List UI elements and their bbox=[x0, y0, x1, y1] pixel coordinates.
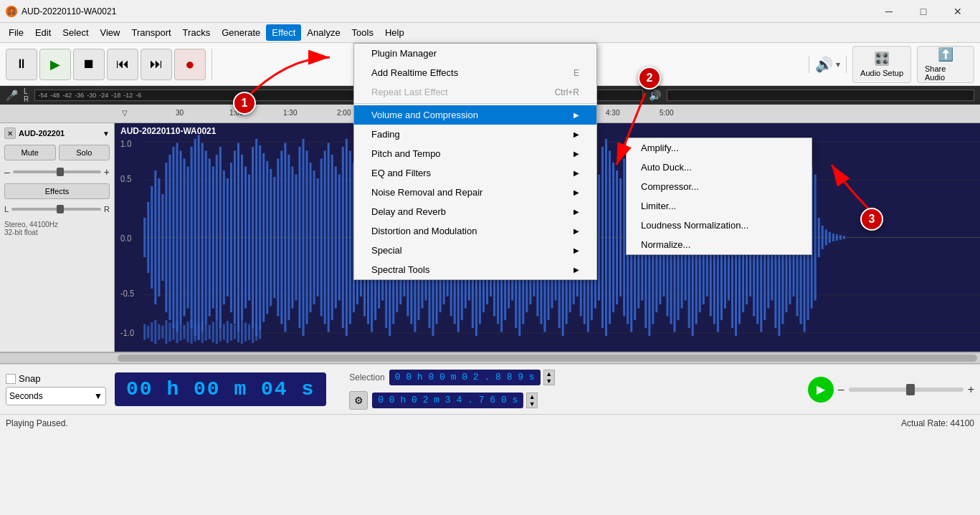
svg-rect-230 bbox=[234, 238, 236, 324]
stop-button[interactable]: ⏹ bbox=[73, 49, 105, 80]
submenu-loudness-norm[interactable]: Loudness Normalization... bbox=[627, 216, 812, 235]
submenu-compressor[interactable]: Compressor... bbox=[627, 177, 812, 196]
menu-view[interactable]: View bbox=[95, 24, 126, 41]
speed-slider[interactable] bbox=[849, 388, 964, 392]
solo-button[interactable]: Solo bbox=[59, 145, 110, 160]
svg-rect-335 bbox=[612, 238, 614, 313]
svg-rect-26 bbox=[201, 143, 204, 238]
toolbar-right: 🔊 ▾ 🎛️ Audio Setup ⬆️ Share Audio bbox=[809, 46, 974, 83]
svg-rect-15 bbox=[161, 194, 163, 238]
svg-rect-21 bbox=[184, 159, 186, 238]
bottom-toolbar: Snap Seconds ▼ 00 h 00 m 04 s Selection … bbox=[0, 364, 980, 414]
horizontal-scrollbar[interactable] bbox=[0, 352, 980, 364]
close-button[interactable]: ✕ bbox=[941, 0, 974, 23]
submenu-amplify[interactable]: Amplify... bbox=[627, 138, 812, 158]
effect-plugin-manager[interactable]: Plugin Manager bbox=[354, 44, 596, 63]
minimize-button[interactable]: ─ bbox=[872, 0, 905, 23]
svg-rect-412 bbox=[187, 322, 189, 342]
seconds-dropdown[interactable]: Seconds ▼ bbox=[6, 387, 106, 405]
effect-pitch-tempo[interactable]: Pitch and Tempo ▶ bbox=[354, 144, 596, 163]
share-audio-button[interactable]: ⬆️ Share Audio bbox=[917, 46, 974, 83]
record-button[interactable]: ● bbox=[174, 49, 206, 80]
svg-rect-216 bbox=[184, 238, 186, 317]
svg-rect-30 bbox=[216, 155, 218, 238]
effect-dropdown-menu[interactable]: Plugin Manager Add Realtime Effects E Re… bbox=[353, 43, 597, 280]
svg-rect-62 bbox=[331, 155, 333, 238]
pause-button[interactable]: ⏸ bbox=[6, 49, 37, 80]
gain-slider[interactable] bbox=[13, 170, 101, 173]
track-dropdown-button[interactable]: ▼ bbox=[103, 130, 110, 138]
svg-rect-38 bbox=[244, 167, 247, 238]
audio-setup-button[interactable]: 🎛️ Audio Setup bbox=[852, 46, 911, 83]
pan-slider[interactable] bbox=[11, 208, 101, 211]
snap-checkbox[interactable] bbox=[6, 374, 16, 384]
volume-compression-submenu[interactable]: Amplify... Auto Duck... Compressor... Li… bbox=[626, 138, 812, 255]
svg-rect-224 bbox=[212, 238, 214, 309]
svg-rect-398 bbox=[839, 238, 842, 240]
skip-back-button[interactable]: ⏮ bbox=[107, 49, 138, 80]
submenu-auto-duck[interactable]: Auto Duck... bbox=[627, 158, 812, 177]
svg-rect-29 bbox=[212, 167, 214, 238]
selection-start-spinner[interactable]: ▲▼ bbox=[543, 370, 555, 385]
effect-fading[interactable]: Fading ▶ bbox=[354, 125, 596, 144]
svg-rect-243 bbox=[280, 238, 282, 324]
timecode-display: 00 h 00 m 04 s bbox=[115, 372, 326, 406]
effects-button[interactable]: Effects bbox=[4, 183, 110, 199]
maximize-button[interactable]: □ bbox=[907, 0, 940, 23]
menu-edit[interactable]: Edit bbox=[29, 24, 57, 41]
effect-spectral-tools[interactable]: Spectral Tools ▶ bbox=[354, 260, 596, 279]
selection-end-spinner[interactable]: ▲▼ bbox=[526, 393, 538, 408]
effect-special[interactable]: Special ▶ bbox=[354, 241, 596, 260]
track-close-button[interactable]: ✕ bbox=[4, 127, 16, 139]
menu-select[interactable]: Select bbox=[57, 24, 94, 41]
effect-distortion-modulation[interactable]: Distortion and Modulation ▶ bbox=[354, 221, 596, 241]
svg-rect-414 bbox=[194, 322, 196, 341]
effect-delay-reverb[interactable]: Delay and Reverb ▶ bbox=[354, 202, 596, 221]
status-bar: Playing Paused. Actual Rate: 44100 bbox=[0, 414, 980, 431]
mute-button[interactable]: Mute bbox=[4, 145, 56, 160]
skip-forward-button[interactable]: ⏭ bbox=[141, 49, 172, 80]
scrollbar-thumb[interactable] bbox=[118, 355, 977, 362]
svg-rect-245 bbox=[287, 238, 290, 321]
menu-file[interactable]: File bbox=[3, 24, 29, 41]
window-title: AUD-20220110-WA0021 bbox=[22, 6, 872, 16]
effect-eq-filters[interactable]: EQ and Filters ▶ bbox=[354, 163, 596, 183]
svg-rect-406 bbox=[165, 320, 167, 344]
speed-plus[interactable]: + bbox=[968, 383, 974, 396]
svg-rect-48 bbox=[280, 151, 282, 238]
svg-rect-209 bbox=[158, 238, 160, 297]
output-level-meter bbox=[667, 90, 974, 101]
menu-generate[interactable]: Generate bbox=[216, 24, 266, 41]
effect-volume-compression[interactable]: Volume and Compression ▶ bbox=[354, 105, 596, 125]
svg-rect-49 bbox=[284, 143, 286, 238]
svg-rect-411 bbox=[184, 325, 186, 340]
svg-rect-231 bbox=[237, 238, 239, 332]
svg-rect-52 bbox=[295, 175, 297, 238]
menu-help[interactable]: Help bbox=[379, 24, 410, 41]
selection-gear-button[interactable]: ⚙ bbox=[349, 391, 368, 410]
menu-tools[interactable]: Tools bbox=[346, 24, 379, 41]
effect-noise-removal[interactable]: Noise Removal and Repair ▶ bbox=[354, 183, 596, 202]
svg-rect-254 bbox=[320, 238, 323, 317]
submenu-normalize[interactable]: Normalize... bbox=[627, 235, 812, 254]
menu-tracks[interactable]: Tracks bbox=[177, 24, 217, 41]
svg-rect-27 bbox=[205, 151, 207, 238]
effect-add-realtime[interactable]: Add Realtime Effects E bbox=[354, 63, 596, 82]
svg-rect-13 bbox=[154, 170, 156, 238]
svg-rect-392 bbox=[818, 238, 820, 258]
menu-analyze[interactable]: Analyze bbox=[301, 24, 346, 41]
play-button[interactable]: ▶ bbox=[39, 49, 71, 80]
svg-rect-419 bbox=[212, 322, 214, 342]
playback-speed-section: ▶ – + bbox=[808, 377, 974, 403]
svg-rect-425 bbox=[234, 325, 236, 340]
speed-play-button[interactable]: ▶ bbox=[808, 377, 834, 403]
menu-transport[interactable]: Transport bbox=[125, 24, 176, 41]
mute-solo-row: Mute Solo bbox=[4, 145, 110, 160]
speed-minus[interactable]: – bbox=[838, 383, 845, 396]
svg-rect-136 bbox=[598, 175, 600, 238]
menu-effect[interactable]: Effect bbox=[266, 24, 301, 41]
submenu-limiter[interactable]: Limiter... bbox=[627, 196, 812, 216]
svg-rect-428 bbox=[244, 322, 247, 341]
selection-start-time: 0 0 h 0 0 m 0 2 . 8 8 9 s bbox=[389, 370, 541, 385]
volume-icon[interactable]: 🔊 bbox=[815, 56, 833, 73]
